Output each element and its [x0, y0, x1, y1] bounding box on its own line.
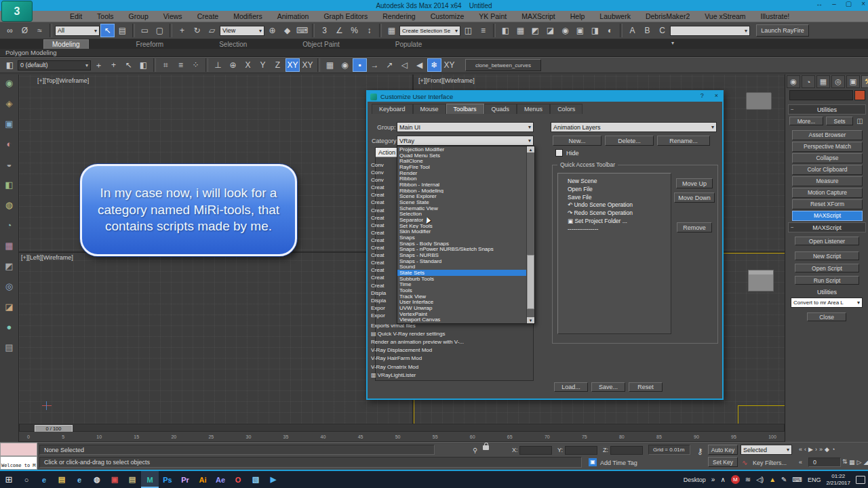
- action-row[interactable]: Creat: [371, 245, 389, 252]
- illustrator-icon[interactable]: Ai: [194, 471, 212, 488]
- pen-icon[interactable]: ✎: [781, 476, 787, 483]
- snap-edge-icon[interactable]: ◀: [412, 58, 427, 72]
- hide-checkbox[interactable]: ✓: [555, 149, 563, 157]
- script-icon-2[interactable]: ◈: [6, 99, 13, 108]
- menu-item[interactable]: Graph Editors: [316, 12, 375, 20]
- quick-access-item[interactable]: ↷ Redo Scene Operation: [562, 209, 671, 218]
- scroll-up-icon[interactable]: ▲: [527, 146, 534, 152]
- category-option[interactable]: Separator: [397, 217, 527, 223]
- delete-toolbar-button[interactable]: Delete...: [605, 136, 654, 146]
- premiere-icon[interactable]: Pr: [176, 471, 194, 488]
- toolbar-select-combo[interactable]: Animation Layers▾: [551, 122, 717, 132]
- category-option[interactable]: Snaps: [397, 235, 527, 241]
- script-icon-1[interactable]: ◉: [5, 79, 13, 87]
- snap-xy-icon[interactable]: XY: [442, 58, 456, 72]
- auto-key-button[interactable]: Auto Key: [708, 445, 738, 455]
- save-button[interactable]: Save...: [591, 382, 625, 392]
- maxscript-mini-listener[interactable]: Welcome to M: [0, 456, 37, 470]
- category-option[interactable]: Render: [397, 170, 527, 176]
- quick-access-item[interactable]: New Scene: [562, 178, 671, 186]
- script-icon-13[interactable]: ●: [7, 323, 12, 331]
- script-icon-5[interactable]: ◒: [7, 160, 12, 169]
- file-explorer-icon[interactable]: ▤: [53, 471, 71, 488]
- menu-item[interactable]: Illustrate!: [753, 12, 797, 20]
- transform-center-icon[interactable]: ⊕: [226, 58, 240, 72]
- ribbon-tab[interactable]: Modeling: [43, 39, 89, 49]
- mirror-icon[interactable]: ◫: [461, 24, 475, 37]
- category-option[interactable]: State Sets: [397, 270, 527, 276]
- category-option[interactable]: RayFire Tool: [397, 164, 527, 170]
- ribbon-tab[interactable]: Freeform: [128, 40, 172, 49]
- mini-curve-editor-icon[interactable]: ▦: [849, 459, 855, 466]
- snap-pivot-icon[interactable]: ◉: [338, 58, 352, 72]
- render-preset-c-icon[interactable]: C: [655, 24, 669, 37]
- select-and-link-icon[interactable]: ∞: [3, 24, 17, 37]
- menu-item[interactable]: Edit: [62, 12, 90, 20]
- remove-button[interactable]: Remove: [677, 222, 712, 232]
- volume-icon[interactable]: ◁): [756, 476, 764, 483]
- menu-item[interactable]: Create: [190, 12, 226, 20]
- render-production-icon[interactable]: ◐: [603, 24, 617, 37]
- tray-app-badge-icon[interactable]: M: [731, 475, 740, 484]
- opera-icon[interactable]: O: [229, 471, 247, 488]
- menu-item[interactable]: YK Paint: [471, 12, 514, 20]
- scroll-thumb[interactable]: [527, 255, 534, 309]
- named-selection-sets-icon[interactable]: ▦: [384, 24, 399, 37]
- clone-between-curves-button[interactable]: clone_between_curves: [465, 59, 541, 71]
- move-down-button[interactable]: Move Down: [674, 192, 715, 203]
- category-option[interactable]: Ribbon - Internal: [397, 182, 527, 188]
- action-row[interactable]: ▥ VRayLightLister: [371, 371, 525, 379]
- open-listener-button[interactable]: Open Listener: [795, 237, 859, 245]
- close-utility-button[interactable]: Close: [807, 312, 846, 321]
- action-row[interactable]: Displa: [371, 290, 389, 298]
- axis-xy[interactable]: XY: [285, 58, 300, 72]
- script-icon-7[interactable]: ◍: [5, 201, 13, 209]
- utility-button[interactable]: Reset XForm: [792, 199, 863, 209]
- axis-y[interactable]: Y: [256, 58, 270, 72]
- category-option[interactable]: Quad Menu Sets: [397, 152, 527, 159]
- action-row[interactable]: Conv: [371, 162, 389, 169]
- category-option[interactable]: Selection: [397, 211, 527, 217]
- utility-button[interactable]: Motion Capture: [792, 188, 863, 198]
- utility-button[interactable]: Measure: [792, 176, 863, 186]
- dialog-tab[interactable]: Keyboard: [372, 104, 413, 114]
- go-to-frame-icon[interactable]: «: [799, 459, 802, 466]
- select-and-rotate-icon[interactable]: ↻: [190, 24, 204, 37]
- spinner-snap-icon[interactable]: ↕: [362, 24, 376, 37]
- tray-chevron-icon[interactable]: ∧: [720, 476, 725, 483]
- percent-snap-icon[interactable]: %: [347, 24, 361, 37]
- menu-item[interactable]: Laubwerk: [592, 12, 638, 20]
- category-option[interactable]: RailClone: [397, 158, 527, 164]
- transform-gizmo-icon[interactable]: ⊥: [211, 58, 225, 72]
- action-row[interactable]: Conv: [371, 177, 389, 184]
- clock[interactable]: 01:222/21/2017: [826, 473, 850, 487]
- ribbon-tab[interactable]: Selection: [211, 40, 255, 49]
- action-row[interactable]: Creat: [371, 199, 389, 207]
- action-row[interactable]: Creat: [371, 207, 389, 215]
- script-icon-8[interactable]: ◔: [7, 221, 12, 230]
- ribbon-tab[interactable]: Object Paint: [294, 40, 347, 49]
- move-up-button[interactable]: Move Up: [676, 178, 713, 188]
- snap-grid-icon[interactable]: ▦: [323, 58, 337, 72]
- maximize-button[interactable]: ▢: [846, 0, 852, 7]
- snap-vertex-icon[interactable]: ▪: [353, 58, 367, 72]
- reference-coordinate-combo[interactable]: View▾: [220, 26, 264, 36]
- app-red-icon[interactable]: ▣: [106, 471, 123, 488]
- utility-button[interactable]: Color Clipboard: [792, 165, 863, 175]
- menu-item[interactable]: DebrisMaker2: [638, 12, 697, 20]
- script-icon-11[interactable]: ◎: [5, 282, 13, 291]
- z-coord-field[interactable]: [610, 446, 643, 455]
- spacing-tool-icon[interactable]: ⁘: [189, 58, 203, 72]
- track-bar[interactable]: 0510152025303540455055606570758085909510…: [19, 432, 785, 442]
- render-preset-b-icon[interactable]: B: [640, 24, 654, 37]
- sets-button[interactable]: Sets: [826, 117, 853, 125]
- time-tag-icon[interactable]: ▣: [589, 458, 597, 466]
- menu-item[interactable]: MAXScript: [514, 12, 563, 20]
- angle-snap-icon[interactable]: ∠: [332, 24, 347, 37]
- category-option[interactable]: Scene State: [397, 199, 527, 205]
- telegram-icon[interactable]: ▶: [264, 471, 282, 488]
- category-option[interactable]: Snaps - Body Snaps: [397, 241, 527, 247]
- key-mode-icon[interactable]: ◆: [825, 446, 829, 453]
- frame-spinner[interactable]: ⇅: [842, 458, 848, 465]
- action-row[interactable]: Expor: [371, 305, 389, 312]
